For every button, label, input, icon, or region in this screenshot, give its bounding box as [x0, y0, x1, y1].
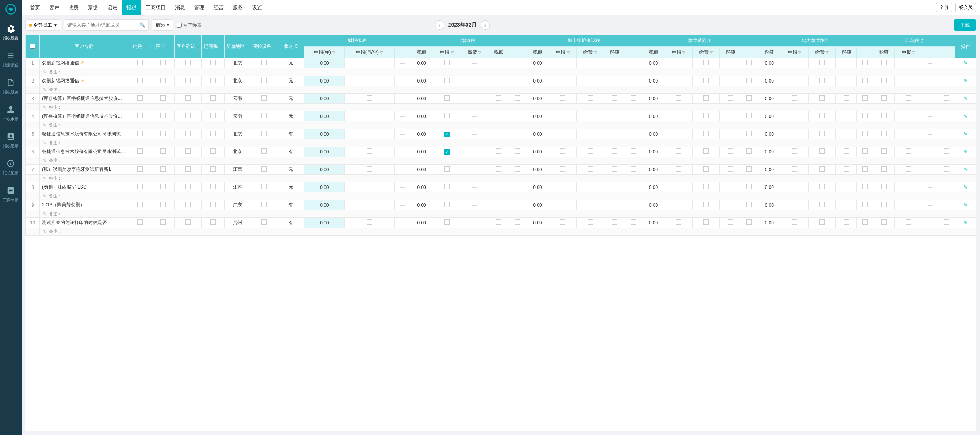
checkbox-label[interactable]: 名下称表 [177, 22, 202, 29]
checkbox-cell[interactable] [185, 113, 191, 118]
edit-icon[interactable]: ✎ [963, 131, 968, 137]
checkbox-cell[interactable] [515, 113, 520, 118]
checkbox-cell[interactable] [210, 113, 216, 118]
checkbox-cell[interactable] [819, 113, 825, 118]
checkbox-cell[interactable] [496, 60, 501, 65]
checkbox-cell[interactable] [792, 184, 797, 189]
checkbox-cell[interactable] [844, 60, 849, 65]
checkbox-cell[interactable] [560, 219, 565, 225]
fullscreen-button[interactable]: 全屏 [936, 3, 952, 12]
checkbox-cell[interactable] [185, 95, 191, 101]
checkbox-cell[interactable] [185, 148, 191, 154]
checkbox-cell[interactable] [881, 219, 887, 225]
checkbox-cell[interactable] [881, 148, 887, 154]
checkbox-cell[interactable] [160, 166, 166, 172]
checkbox-cell[interactable] [819, 60, 825, 65]
checkbox-cell[interactable] [631, 113, 636, 118]
checkbox-cell[interactable] [367, 184, 372, 189]
checkbox-cell[interactable] [515, 202, 520, 207]
checkbox-cell[interactable] [612, 184, 617, 189]
checkbox-cell[interactable] [261, 202, 267, 207]
checkbox-cell[interactable] [367, 148, 372, 154]
checkbox-cell[interactable] [612, 60, 617, 65]
checkbox-cell[interactable] [160, 219, 166, 225]
checkbox-cell[interactable] [185, 131, 191, 136]
checkbox-cell[interactable] [160, 184, 166, 189]
checkbox-cell[interactable] [588, 60, 593, 65]
checkbox-cell[interactable] [792, 95, 797, 101]
checkbox-cell[interactable] [676, 202, 681, 207]
edit-icon[interactable]: ✎ [963, 113, 968, 119]
edit-icon[interactable]: ✎ [963, 184, 968, 190]
checkbox-cell[interactable] [261, 219, 267, 225]
checkbox-cell[interactable] [496, 166, 501, 172]
checkbox-cell[interactable] [819, 131, 825, 136]
checkbox-cell[interactable] [631, 148, 636, 154]
checkbox-cell[interactable] [496, 219, 501, 225]
checkbox-cell[interactable] [862, 148, 868, 154]
checkbox-cell[interactable] [844, 95, 849, 101]
nav-xiaoxi[interactable]: 消息 [170, 0, 190, 15]
checkbox-cell[interactable] [367, 95, 372, 101]
checkbox-cell[interactable] [210, 166, 216, 172]
checkbox-cell[interactable] [728, 131, 733, 136]
checkbox-cell[interactable] [703, 78, 709, 83]
checkbox-cell[interactable] [906, 184, 911, 189]
checkbox-cell[interactable] [844, 113, 849, 118]
filter-button[interactable]: 筛选 ▼ [152, 19, 173, 31]
nav-customer[interactable]: 客户 [45, 0, 64, 15]
sidebar-item-gongnianbaogao[interactable]: 工商年报 [0, 180, 22, 207]
checkbox-cell[interactable] [612, 202, 617, 207]
checkbox-cell[interactable] [728, 78, 733, 83]
checkbox-cell[interactable] [612, 131, 617, 136]
checkbox-cell[interactable] [261, 78, 267, 83]
checkbox-cell[interactable] [261, 131, 267, 136]
note-pencil-icon[interactable]: ✎ [43, 123, 46, 127]
nav-guanli[interactable]: 管理 [190, 0, 209, 15]
checkbox-cell[interactable] [819, 219, 825, 225]
checkbox-cell[interactable] [862, 95, 868, 101]
checkbox-cell[interactable] [631, 166, 636, 172]
sidebar-item-huizonghanfei[interactable]: 汇总汇报 [0, 153, 22, 180]
row-caozuo[interactable]: ✎ [955, 58, 976, 68]
checkbox-cell[interactable] [367, 166, 372, 172]
nav-jingying[interactable]: 经营 [209, 0, 228, 15]
nav-fuwu[interactable]: 服务 [228, 0, 247, 15]
checkbox-cell[interactable] [792, 166, 797, 172]
checkbox-checked[interactable]: ✓ [444, 132, 450, 137]
checkbox-cell[interactable] [944, 78, 949, 83]
checkbox-cell[interactable] [676, 113, 681, 118]
checkbox-cell[interactable] [210, 219, 216, 225]
row-caozuo[interactable]: ✎ [955, 182, 976, 192]
note-pencil-icon[interactable]: ✎ [43, 194, 46, 198]
checkbox-cell[interactable] [367, 113, 372, 118]
checkbox-cell[interactable] [792, 131, 797, 136]
checkbox-cell[interactable] [844, 219, 849, 225]
checkbox-cell[interactable] [746, 131, 752, 136]
checkbox-cell[interactable] [881, 131, 887, 136]
checkbox-cell[interactable] [844, 148, 849, 154]
checkbox-cell[interactable] [261, 148, 267, 154]
checkbox-cell[interactable] [588, 148, 593, 154]
checkbox-cell[interactable] [444, 113, 450, 118]
checkbox-cell[interactable] [588, 202, 593, 207]
note-pencil-icon[interactable]: ✎ [43, 211, 46, 216]
checkbox-cell[interactable] [160, 113, 166, 118]
note-pencil-icon[interactable]: ✎ [43, 140, 46, 145]
checkbox-cell[interactable] [210, 131, 216, 136]
checkbox-cell[interactable] [819, 95, 825, 101]
checkbox-cell[interactable] [160, 95, 166, 101]
checkbox-cell[interactable] [160, 202, 166, 207]
checkbox-cell[interactable] [560, 131, 565, 136]
row-caozuo[interactable]: ✎ [955, 129, 976, 139]
checkbox-cell[interactable] [367, 202, 372, 207]
row-caozuo[interactable]: ✎ [955, 111, 976, 121]
checkbox-cell[interactable] [844, 131, 849, 136]
checkbox-cell[interactable] [728, 60, 733, 65]
checkbox-cell[interactable] [881, 95, 887, 101]
download-button[interactable]: 下载 [954, 19, 976, 31]
checkbox-cell[interactable] [676, 148, 681, 154]
checkbox-cell[interactable] [137, 95, 143, 101]
checkbox-cell[interactable] [746, 184, 752, 189]
checkbox-cell[interactable] [906, 148, 911, 154]
